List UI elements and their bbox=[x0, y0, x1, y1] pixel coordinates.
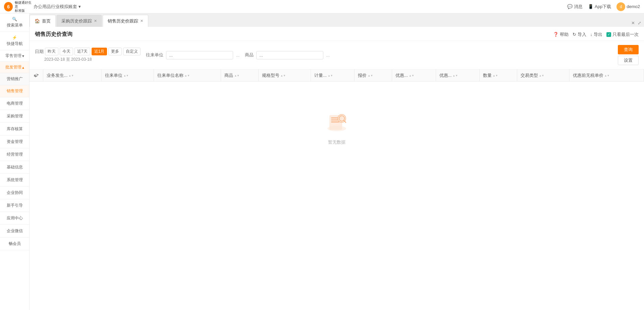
table-col-settings[interactable] bbox=[30, 69, 43, 82]
sidebar-item-operations[interactable]: 经营管理 bbox=[0, 148, 29, 161]
product-filter-row: 商品 ... bbox=[245, 51, 330, 59]
main-layout: 🔍 搜索菜单 ⚡ 快捷导航 零售管理 ▾ 批发管理 ▴ 营销推广 销售管理 电商… bbox=[0, 13, 644, 310]
message-icon: 💬 bbox=[567, 4, 573, 9]
date-btn-custom[interactable]: 自定义 bbox=[123, 48, 141, 55]
chevron-down-icon: ▾ bbox=[78, 4, 81, 9]
sidebar-item-purchase[interactable]: 采购管理 bbox=[0, 110, 29, 123]
date-btn-1month[interactable]: 近1月 bbox=[92, 48, 107, 55]
chevron-down-icon: ▾ bbox=[22, 54, 24, 58]
table-col-unit-calc[interactable]: 计量...▲▼ bbox=[311, 69, 355, 82]
sort-icon: ▲▼ bbox=[123, 74, 129, 77]
sidebar-item-ecommerce[interactable]: 电商管理 bbox=[0, 97, 29, 110]
product-filter-input[interactable] bbox=[256, 51, 323, 59]
sidebar-item-member[interactable]: 畅会员 bbox=[0, 238, 29, 250]
sidebar-item-guide[interactable]: 新手引导 bbox=[0, 199, 29, 212]
sidebar-item-basic-info[interactable]: 基础信息 bbox=[0, 161, 29, 174]
unit-filter-input[interactable] bbox=[166, 51, 233, 59]
date-btn-7days[interactable]: 近7天 bbox=[74, 48, 90, 55]
logo-text: 畅捷通好生意 标准版 bbox=[15, 1, 34, 13]
sidebar-item-inventory[interactable]: 库存核算 bbox=[0, 123, 29, 136]
date-btn-yesterday[interactable]: 昨天 bbox=[45, 48, 58, 55]
sidebar-item-app-center[interactable]: 应用中心 bbox=[0, 212, 29, 225]
maximize-button[interactable]: ⤢ bbox=[638, 20, 641, 25]
empty-state: 暂无数据 bbox=[30, 82, 644, 172]
phone-icon: 📱 bbox=[588, 4, 593, 9]
table-col-pretax-price[interactable]: 优惠前无税单价▲▼ bbox=[569, 69, 644, 82]
settings-button[interactable]: 设置 bbox=[618, 56, 639, 65]
empty-icon bbox=[323, 108, 350, 135]
search-icon: 🔍 bbox=[12, 17, 17, 21]
sidebar-item-marketing[interactable]: 营销推广 bbox=[0, 73, 29, 85]
date-buttons: 日期 昨天 今天 近7天 近1月 更多 自定义 bbox=[35, 48, 141, 55]
content-area: 🏠 首页 采购历史价跟踪 ✕ 销售历史价跟踪 ✕ ✕ ⤢ 销售历史价查询 bbox=[30, 13, 644, 310]
sort-icon: ▲▼ bbox=[493, 74, 498, 77]
help-button[interactable]: ❓ 帮助 bbox=[553, 32, 569, 38]
close-tab-sales-history[interactable]: ✕ bbox=[140, 19, 143, 23]
view-latest-checkbox[interactable]: ✓ 只看最后一次 bbox=[606, 32, 639, 38]
account-dropdown[interactable]: 办公用品行业模拟账套 ▾ bbox=[34, 4, 567, 10]
logo-icon: 6 bbox=[4, 2, 13, 11]
date-filter-group: 日期 昨天 今天 近7天 近1月 更多 自定义 2023-02-18 至 202… bbox=[35, 48, 141, 62]
sort-icon: ▲▼ bbox=[604, 74, 610, 77]
svg-rect-4 bbox=[331, 121, 339, 122]
sidebar-item-retail-mgmt[interactable]: 零售管理 ▾ bbox=[0, 50, 29, 62]
table-col-biz-date[interactable]: 业务发生...▲▼ bbox=[43, 69, 101, 82]
close-window-button[interactable]: ✕ bbox=[631, 20, 635, 25]
unit-filter-dots[interactable]: ... bbox=[236, 53, 239, 58]
page-content: 销售历史价查询 ❓ 帮助 ↻ 导入 ↓ 导出 ✓ bbox=[30, 27, 644, 310]
table-col-unit-name[interactable]: 往来单位名称▲▼ bbox=[154, 69, 221, 82]
sort-icon: ▲▼ bbox=[328, 74, 333, 77]
sidebar-item-search-menu[interactable]: 🔍 搜索菜单 bbox=[0, 13, 29, 32]
sort-icon: ▲▼ bbox=[184, 74, 190, 77]
close-tab-purchase-history[interactable]: ✕ bbox=[94, 19, 97, 23]
user-menu[interactable]: d demo2 bbox=[616, 2, 640, 11]
export-icon: ↓ bbox=[590, 32, 593, 37]
table-col-price[interactable]: 报价▲▼ bbox=[355, 69, 392, 82]
date-btn-today[interactable]: 今天 bbox=[60, 48, 73, 55]
table-header-row: 业务发生...▲▼ 往来单位▲▼ 往来单位名称▲▼ 商品▲▼ bbox=[30, 69, 644, 82]
import-button[interactable]: ↻ 导入 bbox=[573, 32, 586, 38]
page-header-actions: ❓ 帮助 ↻ 导入 ↓ 导出 ✓ 只看最后一次 bbox=[553, 32, 639, 38]
sidebar-item-enterprise-wechat[interactable]: 企业微信 bbox=[0, 225, 29, 238]
topbar-right: 💬 消息 📱 App下载 d demo2 bbox=[567, 2, 640, 11]
sidebar-item-quick-nav[interactable]: ⚡ 快捷导航 bbox=[0, 32, 29, 50]
product-filter-dots[interactable]: ... bbox=[326, 53, 330, 58]
sidebar-item-finance[interactable]: 资金管理 bbox=[0, 136, 29, 148]
sort-icon: ▲▼ bbox=[234, 74, 239, 77]
chevron-up-icon: ▴ bbox=[22, 65, 24, 70]
table-col-product[interactable]: 商品▲▼ bbox=[221, 69, 259, 82]
sidebar-item-sales-mgmt[interactable]: 销售管理 bbox=[0, 85, 29, 97]
sort-icon: ▲▼ bbox=[409, 74, 414, 77]
table-col-unit-code[interactable]: 往来单位▲▼ bbox=[101, 69, 154, 82]
message-button[interactable]: 💬 消息 bbox=[567, 4, 583, 10]
sort-icon: ▲▼ bbox=[68, 74, 74, 77]
app-download-button[interactable]: 📱 App下载 bbox=[588, 4, 611, 10]
date-range-text: 2023-02-18 至 2023-03-18 bbox=[44, 57, 141, 62]
sort-icon: ▲▼ bbox=[368, 74, 373, 77]
sort-icon: ▲▼ bbox=[452, 74, 458, 77]
data-table: 业务发生...▲▼ 往来单位▲▼ 往来单位名称▲▼ 商品▲▼ bbox=[30, 69, 644, 82]
unit-filter-label: 往来单位 bbox=[146, 52, 163, 58]
export-button[interactable]: ↓ 导出 bbox=[590, 32, 603, 38]
svg-rect-3 bbox=[331, 119, 338, 120]
table-col-discount1[interactable]: 优惠...▲▼ bbox=[392, 69, 436, 82]
topbar: 6 畅捷通好生意 标准版 办公用品行业模拟账套 ▾ 💬 消息 📱 App下载 d… bbox=[0, 0, 644, 13]
tab-home[interactable]: 🏠 首页 bbox=[30, 15, 56, 27]
page-title: 销售历史价查询 bbox=[35, 31, 72, 38]
sidebar-item-system[interactable]: 系统管理 bbox=[0, 174, 29, 187]
import-icon: ↻ bbox=[573, 32, 576, 37]
help-icon: ❓ bbox=[553, 32, 558, 37]
table-col-discount2[interactable]: 优惠...▲▼ bbox=[436, 69, 479, 82]
query-button[interactable]: 查询 bbox=[618, 45, 639, 54]
filter-actions: 查询 设置 bbox=[618, 45, 639, 65]
sidebar-item-enterprise-agreement[interactable]: 企业协同 bbox=[0, 187, 29, 199]
table-col-quantity[interactable]: 数量▲▼ bbox=[479, 69, 517, 82]
table-col-spec[interactable]: 规格型号▲▼ bbox=[259, 69, 311, 82]
page-header: 销售历史价查询 ❓ 帮助 ↻ 导入 ↓ 导出 ✓ bbox=[30, 27, 644, 41]
table-col-trade-type[interactable]: 交易类型▲▼ bbox=[517, 69, 569, 82]
date-btn-more[interactable]: 更多 bbox=[108, 48, 122, 55]
tab-purchase-history[interactable]: 采购历史价跟踪 ✕ bbox=[56, 15, 102, 27]
tab-sales-history[interactable]: 销售历史价跟踪 ✕ bbox=[103, 15, 148, 27]
sidebar-item-wholesale-mgmt[interactable]: 批发管理 ▴ bbox=[0, 62, 29, 73]
empty-text: 暂无数据 bbox=[328, 139, 345, 145]
